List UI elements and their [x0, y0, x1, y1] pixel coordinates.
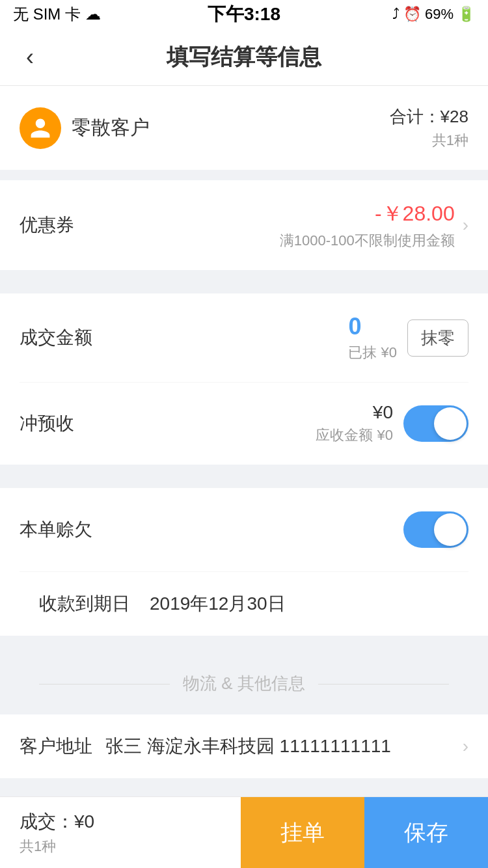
bottom-bar: 成交：¥0 共1种 挂单 保存	[0, 796, 488, 868]
alarm-icon: ⏰	[403, 6, 421, 23]
transaction-value-block: 0 已抹 ¥0	[348, 313, 397, 362]
status-time: 下午3:18	[208, 2, 280, 27]
transaction-value: 0	[348, 313, 397, 340]
content-area: 零散客户 合计：¥28 共1种 优惠券 -￥28.00 满1000-100不限制…	[0, 86, 488, 867]
logistics-header: 物流 & 其他信息	[0, 659, 488, 708]
coupon-value-block: -￥28.00 满1000-100不限制使用金额	[280, 200, 455, 251]
hang-button[interactable]: 挂单	[241, 797, 364, 869]
bottom-summary: 成交：¥0 共1种	[0, 809, 241, 856]
transaction-right: 0 已抹 ¥0 抹零	[348, 313, 468, 362]
address-value: 张三 海淀永丰科技园 11111111111	[105, 734, 463, 759]
debt-toggle[interactable]	[403, 511, 468, 548]
page-title: 填写结算等信息	[167, 42, 321, 72]
logistics-title: 物流 & 其他信息	[170, 672, 318, 695]
deal-amount: ¥0	[74, 811, 94, 832]
coupon-desc: 满1000-100不限制使用金额	[280, 231, 455, 251]
battery-text: 69%	[425, 6, 454, 23]
due-date-label: 收款到期日	[39, 591, 130, 616]
section-gap-2	[0, 475, 488, 488]
total-count: 共1种	[390, 131, 468, 150]
address-label: 客户地址	[20, 734, 92, 759]
location-icon: ⤴	[392, 6, 400, 23]
prepay-value: ¥0	[316, 402, 393, 423]
debt-row: 本单赊欠	[20, 488, 468, 571]
status-bar: 无 SIM 卡 ☁ 下午3:18 ⤴ ⏰ 69% 🔋	[0, 0, 488, 29]
prepay-toggle[interactable]	[403, 405, 468, 442]
status-left: 无 SIM 卡 ☁	[13, 4, 101, 25]
amount-section: 成交金额 0 已抹 ¥0 抹零 冲预收 ¥0 应收金额 ¥0	[0, 293, 488, 465]
person-icon	[29, 116, 52, 140]
customer-total-block: 合计：¥28 共1种	[390, 105, 468, 150]
sim-status: 无 SIM 卡 ☁	[13, 4, 101, 25]
round-button[interactable]: 抹零	[407, 319, 468, 357]
address-row[interactable]: 客户地址 张三 海淀永丰科技园 11111111111 ›	[0, 714, 488, 778]
debt-toggle-thumb	[434, 513, 467, 546]
address-card: 客户地址 张三 海淀永丰科技园 11111111111 ›	[0, 714, 488, 778]
coupon-chevron-icon: ›	[463, 215, 468, 236]
total-label: 合计：¥28	[390, 105, 468, 128]
bottom-deal-label: 成交：¥0	[20, 809, 221, 834]
deal-prefix: 成交：	[20, 811, 74, 832]
section-gap-1	[0, 280, 488, 293]
transaction-sub: 已抹 ¥0	[348, 343, 397, 362]
transaction-label: 成交金额	[20, 325, 92, 350]
prepay-value-block: ¥0 应收金额 ¥0	[316, 402, 393, 445]
save-button[interactable]: 保存	[364, 797, 488, 869]
bottom-count: 共1种	[20, 837, 221, 856]
prepay-row: 冲预收 ¥0 应收金额 ¥0	[20, 383, 468, 465]
coupon-label: 优惠券	[20, 213, 74, 237]
debt-section: 本单赊欠 收款到期日 2019年12月30日	[0, 488, 488, 636]
coupon-card: 优惠券 -￥28.00 满1000-100不限制使用金额 ›	[0, 180, 488, 270]
address-chevron-icon: ›	[463, 736, 468, 757]
status-right: ⤴ ⏰ 69% 🔋	[392, 6, 475, 23]
due-date-row: 收款到期日 2019年12月30日	[20, 571, 468, 636]
customer-name: 零散客户	[72, 115, 150, 141]
coupon-row[interactable]: 优惠券 -￥28.00 满1000-100不限制使用金额 ›	[0, 180, 488, 270]
prepay-sub: 应收金额 ¥0	[316, 426, 393, 445]
prepay-label: 冲预收	[20, 411, 74, 436]
due-date-value: 2019年12月30日	[150, 591, 286, 616]
battery-icon: 🔋	[457, 6, 475, 23]
avatar	[20, 107, 61, 149]
prepay-right: ¥0 应收金额 ¥0	[316, 402, 468, 445]
nav-bar: ‹ 填写结算等信息	[0, 29, 488, 86]
toggle-thumb	[434, 407, 467, 440]
back-button[interactable]: ‹	[20, 37, 40, 77]
section-gap-3	[0, 646, 488, 659]
section-gap-4	[0, 708, 488, 714]
debt-label: 本单赊欠	[20, 517, 92, 542]
transaction-row: 成交金额 0 已抹 ¥0 抹零	[20, 293, 468, 383]
customer-left: 零散客户	[20, 107, 150, 149]
customer-row: 零散客户 合计：¥28 共1种	[0, 86, 488, 170]
coupon-amount: -￥28.00	[280, 200, 455, 228]
coupon-right: -￥28.00 满1000-100不限制使用金额 ›	[280, 200, 468, 251]
customer-card: 零散客户 合计：¥28 共1种	[0, 86, 488, 170]
